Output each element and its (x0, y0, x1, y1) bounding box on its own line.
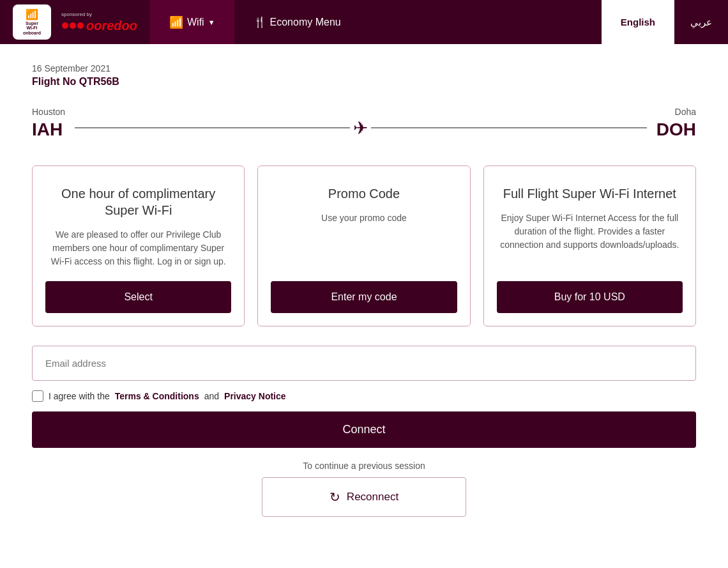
card-full-flight: Full Flight Super Wi-Fi Internet Enjoy S… (483, 165, 696, 326)
card-full-flight-title: Full Flight Super Wi-Fi Internet (503, 185, 676, 202)
terms-prefix: I agree with the (49, 391, 110, 401)
reconnect-button-label: Reconnect (347, 491, 398, 503)
flight-number: Flight No QTR56B (32, 76, 696, 88)
lang-english-button[interactable]: English (602, 0, 674, 44)
nav-wifi[interactable]: 📶 Wifi ▼ (150, 0, 234, 44)
wifi-icon: 📶 (169, 15, 183, 29)
dest-city-name: Doha (675, 107, 696, 117)
chevron-down-icon: ▼ (208, 19, 215, 26)
card-complimentary: One hour of complimentary Super Wi-Fi We… (32, 165, 245, 326)
card-promo-desc: Use your promo code (321, 211, 407, 268)
sponsored-label: sponsored by (61, 12, 92, 17)
reconnect-section: To continue a previous session ↻ Reconne… (32, 461, 696, 517)
route-line-right (371, 127, 646, 128)
card-complimentary-desc: We are pleased to offer our Privilege Cl… (45, 228, 231, 268)
connect-button[interactable]: Connect (32, 411, 696, 448)
terms-row: I agree with the Terms & Conditions and … (32, 390, 696, 402)
nav-wifi-label: Wifi (187, 17, 204, 28)
buy-button[interactable]: Buy for 10 USD (497, 281, 683, 313)
cutlery-icon: 🍴 (254, 16, 266, 28)
email-input[interactable] (32, 346, 696, 381)
card-full-flight-desc: Enjoy Super Wi-Fi Internet Access for th… (497, 211, 683, 268)
flight-info: 16 September 2021 Flight No QTR56B (32, 63, 696, 88)
superwifi-logo: 📶 SuperWi-Fionboard (13, 4, 51, 40)
terms-connector: and (204, 391, 219, 401)
arabic-label: عربي (690, 17, 712, 28)
privacy-link[interactable]: Privacy Notice (224, 391, 286, 401)
reconnect-button[interactable]: ↻ Reconnect (262, 477, 466, 517)
reconnect-label: To continue a previous session (303, 461, 425, 471)
dest-city: Doha DOH (656, 107, 696, 140)
select-button[interactable]: Select (45, 281, 231, 313)
route-line: ✈ (75, 109, 647, 139)
card-promo: Promo Code Use your promo code Enter my … (257, 165, 470, 326)
flight-date: 16 September 2021 (32, 63, 696, 73)
flight-no-label: Flight No (32, 76, 76, 87)
route: Houston IAH ✈ Doha DOH (32, 100, 696, 146)
lang-arabic-button[interactable]: عربي (674, 0, 728, 44)
main-content: 16 September 2021 Flight No QTR56B Houst… (0, 44, 728, 536)
ooredoo-name: ooredoo (86, 19, 137, 33)
card-complimentary-title: One hour of complimentary Super Wi-Fi (45, 185, 231, 219)
reconnect-icon: ↻ (330, 489, 340, 505)
plan-cards: One hour of complimentary Super Wi-Fi We… (32, 165, 696, 326)
origin-city-name: Houston (32, 107, 65, 117)
plane-icon: ✈ (353, 118, 368, 139)
enter-code-button[interactable]: Enter my code (271, 281, 457, 313)
dest-city-code: DOH (656, 119, 696, 140)
header-logo: 📶 SuperWi-Fionboard sponsored by ooredoo (0, 4, 150, 40)
ooredoo-logo: ooredoo (61, 19, 137, 33)
nav-economy-label: Economy Menu (270, 17, 341, 28)
flight-no-value: QTR56B (79, 76, 119, 87)
email-section (32, 346, 696, 381)
route-line-left (75, 127, 350, 128)
english-label: English (621, 17, 655, 27)
nav-economy[interactable]: 🍴 Economy Menu (234, 0, 360, 44)
terms-link[interactable]: Terms & Conditions (115, 391, 199, 401)
terms-checkbox[interactable] (32, 390, 43, 402)
header: 📶 SuperWi-Fionboard sponsored by ooredoo… (0, 0, 728, 44)
origin-city: Houston IAH (32, 107, 65, 140)
origin-city-code: IAH (32, 119, 63, 140)
card-promo-title: Promo Code (328, 185, 400, 202)
